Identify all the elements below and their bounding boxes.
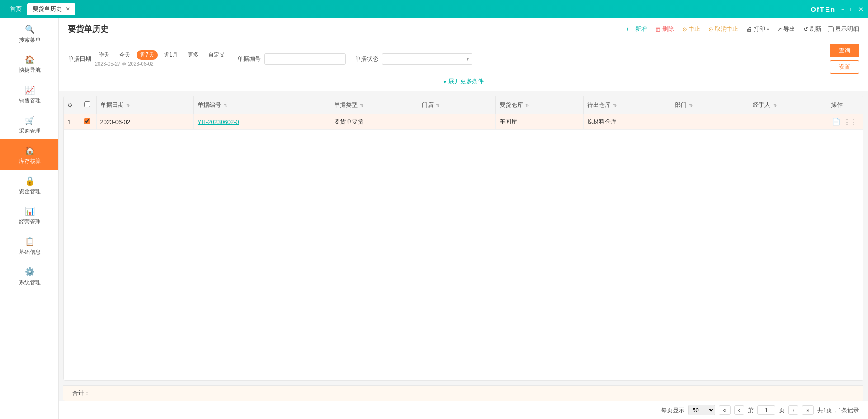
select-all-checkbox[interactable] [84,101,90,107]
sidebar-item-operation[interactable]: 📊 经营管理 [0,200,58,230]
date-pills: 昨天 今天 近7天 近1月 更多 自定义 [95,50,228,60]
table-row[interactable]: 1 2023-06-02 YH-20230602-0 要货单要货 车间库 原材料… [64,114,863,130]
row-checkbox[interactable] [84,118,90,124]
status-select-wrapper: ▾ [382,53,472,65]
search-icon: 🔍 [25,24,35,34]
sidebar-item-operation-label: 经营管理 [19,218,41,226]
th-wait-wh-sort-icon: ⇅ [613,103,617,108]
filter-actions: 查询 设置 [830,44,859,74]
query-button[interactable]: 查询 [830,44,859,57]
td-num[interactable]: YH-20230602-0 [193,114,330,130]
tab-history[interactable]: 要货单历史 ✕ [27,3,75,15]
display-detail-checkbox-label[interactable]: 显示明细 [828,25,859,33]
window-minimize-icon[interactable]: － [840,5,846,13]
th-date-sort-icon: ⇅ [126,103,130,108]
display-detail-checkbox[interactable] [828,26,834,32]
tab-home[interactable]: 首页 [5,3,27,15]
th-shop[interactable]: 门店 ⇅ [418,96,495,114]
delete-button[interactable]: 🗑 删除 [653,24,676,34]
last-page-button[interactable]: » [802,405,813,415]
window-close-icon[interactable]: ✕ [859,6,863,13]
main-layout: 🔍 搜索菜单 🏠 快捷导航 📈 销售管理 🛒 采购管理 🏠 库存核算 🔒 资金管… [0,18,868,419]
th-op: 操作 [827,96,863,114]
th-dept[interactable]: 部门 ⇅ [671,96,749,114]
sidebar-item-sales[interactable]: 📈 销售管理 [0,79,58,109]
refresh-label: 刷新 [810,25,821,33]
prev-page-button[interactable]: ‹ [734,405,744,415]
table-header-row: ⚙ 单据日期 ⇅ 单据编号 ⇅ [64,96,863,114]
sales-icon: 📈 [25,85,35,95]
delete-icon: 🗑 [655,26,661,33]
sidebar-item-inventory[interactable]: 🏠 库存核算 [0,139,58,170]
new-button[interactable]: ＋ + 新增 [623,24,649,34]
sidebar-item-finance[interactable]: 🔒 资金管理 [0,170,58,200]
page-number-input[interactable] [757,405,775,415]
th-person-label: 经手人 [753,101,770,108]
doc-num-link[interactable]: YH-20230602-0 [198,119,239,125]
home-icon: 🏠 [25,55,35,65]
date-pill-custom[interactable]: 自定义 [205,50,228,60]
th-person-sort-icon: ⇅ [773,103,777,108]
date-pill-recent1m[interactable]: 近1月 [160,50,182,60]
th-dept-label: 部门 [675,101,687,108]
td-idx: 1 [64,114,80,130]
print-button[interactable]: 🖨 打印 ▾ [745,24,771,34]
stop-label: 中止 [689,25,700,33]
settings-button[interactable]: 设置 [830,60,859,74]
th-date[interactable]: 单据日期 ⇅ [96,96,193,114]
first-page-button[interactable]: « [719,405,730,415]
th-wait-wh[interactable]: 待出仓库 ⇅ [583,96,671,114]
date-pill-today[interactable]: 今天 [116,50,134,60]
tab-home-label: 首页 [10,5,22,13]
date-pill-recent7[interactable]: 近7天 [137,50,158,60]
expand-more-icon: ▾ [443,78,447,85]
export-button[interactable]: ↗ 导出 [775,24,797,34]
td-shop [418,114,495,130]
sidebar-item-system[interactable]: ⚙️ 系统管理 [0,261,58,291]
row-edit-icon[interactable]: 📄 [832,118,840,125]
window-maximize-icon[interactable]: □ [850,6,854,13]
status-select[interactable] [382,53,472,65]
th-num[interactable]: 单据编号 ⇅ [193,96,330,114]
expand-more-button[interactable]: ▾ 展开更多条件 [68,77,859,86]
sidebar-item-purchase[interactable]: 🛒 采购管理 [0,109,58,139]
per-page-select[interactable]: 20 50 100 [688,405,715,415]
cancel-stop-button[interactable]: ⊘ 取消中止 [707,24,740,34]
td-wait-wh: 原材料仓库 [583,114,671,130]
finance-icon: 🔒 [25,176,35,186]
sidebar-item-basic[interactable]: 📋 基础信息 [0,230,58,261]
status-filter-group: 单据状态 ▾ [355,53,472,65]
th-check [80,96,96,114]
date-pill-more[interactable]: 更多 [184,50,202,60]
td-type: 要货单要货 [330,114,418,130]
settings-col-icon: ⚙ [67,102,73,109]
th-settings[interactable]: ⚙ [64,96,80,114]
next-page-button[interactable]: › [788,405,798,415]
status-filter-label: 单据状态 [355,55,378,63]
sidebar-item-nav[interactable]: 🏠 快捷导航 [0,48,58,79]
th-type[interactable]: 单据类型 ⇅ [330,96,418,114]
expand-more-label: 展开更多条件 [448,77,484,86]
row-more-icon[interactable]: ⋮⋮ [844,118,857,125]
display-detail-label: 显示明细 [835,25,859,33]
th-person[interactable]: 经手人 ⇅ [749,96,827,114]
print-label: 打印 [754,25,765,33]
print-icon: 🖨 [746,26,752,33]
table-head: ⚙ 单据日期 ⇅ 单据编号 ⇅ [64,96,863,114]
per-page-label: 每页显示 [661,406,684,414]
tab-close-icon[interactable]: ✕ [66,6,70,12]
th-date-label: 单据日期 [100,101,124,108]
date-filter-label: 单据日期 [68,55,91,63]
basic-icon: 📋 [25,237,35,247]
content: 要货单历史 ＋ + 新增 🗑 删除 ⊘ 中止 ⊘ 取消中止 [59,18,868,419]
refresh-button[interactable]: ↺ 刷新 [802,24,823,34]
th-req-wh[interactable]: 要货仓库 ⇅ [495,96,583,114]
date-pill-yesterday[interactable]: 昨天 [95,50,113,60]
stop-button[interactable]: ⊘ 中止 [680,24,702,34]
th-wait-wh-label: 待出仓库 [587,101,611,108]
doc-num-input[interactable] [264,53,346,65]
footer-summary: 合计： [63,385,863,401]
sidebar-item-search[interactable]: 🔍 搜索菜单 [0,18,58,48]
page-title: 要货单历史 [68,24,108,34]
th-type-sort-icon: ⇅ [360,103,363,108]
